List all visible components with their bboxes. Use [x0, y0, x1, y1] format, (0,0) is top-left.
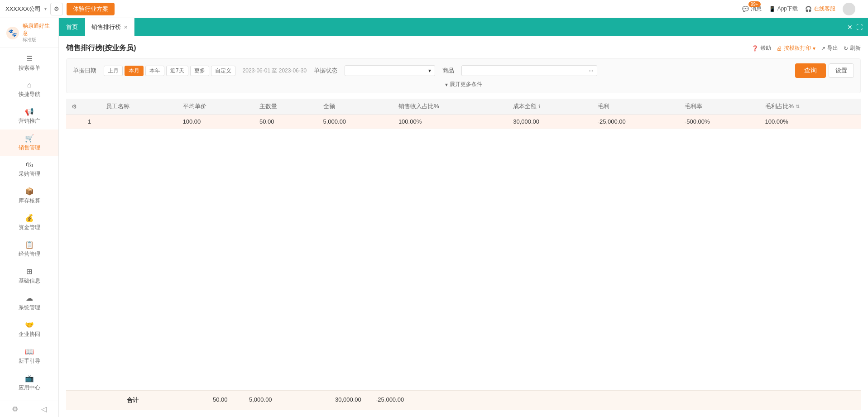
- col-rank: [82, 99, 101, 115]
- profit-pct-sort-icon[interactable]: ⇅: [796, 104, 800, 109]
- footer-profit-rate: [411, 394, 422, 406]
- footer-sales-pct: [284, 394, 330, 406]
- query-actions: 查询 设置: [795, 63, 854, 78]
- page-header: 销售排行榜(按业务员) ❓ 帮助 🖨 按模板打印 ▾ ↗: [66, 43, 861, 53]
- sidebar-icon-inventory: 📦: [25, 187, 34, 196]
- content-body: 销售排行榜(按业务员) ❓ 帮助 🖨 按模板打印 ▾ ↗: [59, 36, 868, 417]
- cost-info-icon[interactable]: ℹ: [538, 104, 540, 109]
- collapse-icon[interactable]: ◁: [41, 405, 47, 413]
- goods-select[interactable]: ···: [461, 65, 597, 76]
- sidebar-item-system[interactable]: ☁ 系统管理: [0, 289, 58, 316]
- message-btn[interactable]: 💬 消息 99+: [742, 5, 762, 13]
- status-select[interactable]: ▾: [345, 65, 435, 76]
- print-dropdown-icon[interactable]: ▾: [813, 45, 815, 52]
- date-btn-more[interactable]: 更多: [190, 66, 209, 76]
- refresh-icon: ↻: [844, 45, 848, 52]
- table-head: ⚙ 员工名称 平均单价 主数量 全额 销售收入占比% 成本全额 ℹ 毛利 毛利率: [66, 99, 861, 115]
- status-dropdown-icon: ▾: [428, 67, 431, 74]
- phone-icon: 📱: [769, 6, 776, 12]
- top-bar-right: 💬 消息 99+ 📱 App下载 🎧 在线客服: [742, 3, 863, 15]
- logo-icon: 🐾: [5, 26, 20, 40]
- footer-amount: 5,000.00: [244, 394, 284, 406]
- company-dropdown-icon[interactable]: ▾: [44, 6, 47, 11]
- col-profit-rate: 毛利率: [679, 99, 760, 115]
- footer-profit-pct: [422, 394, 433, 406]
- col-qty: 主数量: [254, 99, 318, 115]
- print-btn[interactable]: 🖨 按模板打印 ▾: [777, 44, 815, 52]
- sidebar-item-guide[interactable]: 📖 新手引导: [0, 343, 58, 369]
- sidebar-item-marketing[interactable]: 📢 营销推广: [0, 103, 58, 129]
- footer-cost: 30,000.00: [330, 394, 370, 406]
- sidebar-item-finance[interactable]: 💰 资金管理: [0, 209, 58, 236]
- sidebar-item-inventory[interactable]: 📦 库存核算: [0, 182, 58, 209]
- sidebar-label-quick-nav: 快捷导航: [19, 91, 40, 98]
- export-btn[interactable]: ↗ 导出: [821, 44, 838, 52]
- table-wrapper: ⚙ 员工名称 平均单价 主数量 全额 销售收入占比% 成本全额 ℹ 毛利 毛利率: [66, 99, 861, 244]
- content-spacer: [66, 244, 861, 390]
- avatar[interactable]: [843, 3, 855, 15]
- top-bar-left: XXXXXX公司 ▾ ⚙ 体验行业方案: [5, 3, 742, 15]
- tab-home[interactable]: 首页: [59, 18, 85, 36]
- status-label: 单据状态: [314, 67, 337, 75]
- settings-icon-btn[interactable]: ⚙: [50, 3, 63, 15]
- sidebar-icon-operation: 📋: [25, 240, 34, 249]
- logo-subtitle: 标准版: [23, 37, 53, 43]
- col-amount: 全额: [318, 99, 393, 115]
- col-settings-icon[interactable]: ⚙: [72, 103, 77, 110]
- sidebar-item-search-order[interactable]: ☰ 搜索菜单: [0, 50, 58, 77]
- sidebar-label-finance: 资金管理: [19, 224, 40, 231]
- data-table: ⚙ 员工名称 平均单价 主数量 全额 销售收入占比% 成本全额 ℹ 毛利 毛利率: [66, 99, 861, 129]
- footer-profit: -25,000.00: [370, 394, 411, 406]
- help-btn[interactable]: ❓ 帮助: [752, 44, 771, 52]
- sidebar-bottom: ⚙ ◁: [0, 401, 58, 417]
- sidebar-item-wechat[interactable]: 💬 企业微信: [0, 396, 58, 401]
- sidebar-item-app-center[interactable]: 📺 应用中心: [0, 369, 58, 396]
- sidebar-item-enterprise[interactable]: 🤝 企业协同: [0, 316, 58, 343]
- sidebar-icon-search-order: ☰: [26, 54, 33, 63]
- export-icon: ↗: [821, 45, 825, 52]
- try-industry-btn[interactable]: 体验行业方案: [67, 3, 115, 15]
- sidebar-icon-finance: 💰: [25, 214, 34, 222]
- sidebar-item-operation[interactable]: 📋 经营管理: [0, 236, 58, 263]
- page-title: 销售排行榜(按业务员): [66, 43, 136, 53]
- online-service-btn[interactable]: 🎧 在线客服: [805, 5, 835, 13]
- sidebar-nav: ☰ 搜索菜单 ⌂ 快捷导航 📢 营销推广 🛒 销售管理 🛍 采购管理 📦 库存核…: [0, 48, 58, 401]
- tab-close-icon[interactable]: ✕: [124, 24, 128, 30]
- date-btn-custom[interactable]: 自定义: [211, 66, 235, 76]
- query-btn[interactable]: 查询: [795, 63, 826, 78]
- sidebar-icon-system: ☁: [26, 294, 33, 302]
- filter-bar: 单据日期 上月 本月 本年 近7天 更多 自定义 2023-06-01 至 20…: [66, 58, 861, 93]
- refresh-btn[interactable]: ↻ 刷新: [844, 44, 861, 52]
- header-actions: ❓ 帮助 🖨 按模板打印 ▾ ↗ 导出 ↻: [752, 44, 861, 52]
- chevron-down-icon: ▾: [445, 81, 448, 88]
- expand-more-btn[interactable]: ▾ 展开更多条件: [73, 81, 854, 88]
- sidebar-icon-quick-nav: ⌂: [27, 81, 32, 89]
- sidebar-label-operation: 经营管理: [19, 250, 40, 258]
- tab-sales-ranking[interactable]: 销售排行榜 ✕: [85, 18, 134, 36]
- headset-icon: 🎧: [805, 6, 812, 12]
- main-area: 🐾 畅康通好生意 标准版 ☰ 搜索菜单 ⌂ 快捷导航 📢 营销推广 🛒 销售管理: [0, 18, 868, 417]
- sidebar-item-basic-info[interactable]: ⊞ 基础信息: [0, 263, 58, 289]
- settings-btn[interactable]: 设置: [829, 63, 854, 78]
- sidebar-item-sales[interactable]: 🛒 销售管理: [0, 129, 58, 156]
- date-btn-7days[interactable]: 近7天: [166, 66, 188, 76]
- sidebar-item-purchase[interactable]: 🛍 采购管理: [0, 156, 58, 182]
- settings-bottom-icon[interactable]: ⚙: [12, 405, 18, 413]
- sidebar-label-marketing: 营销推广: [19, 117, 40, 125]
- sidebar-label-app-center: 应用中心: [19, 384, 40, 392]
- sidebar-item-quick-nav[interactable]: ⌂ 快捷导航: [0, 77, 58, 103]
- sidebar-label-purchase: 采购管理: [19, 170, 40, 178]
- footer-label: 合计: [121, 394, 167, 406]
- table-header-row: ⚙ 员工名称 平均单价 主数量 全额 销售收入占比% 成本全额 ℹ 毛利 毛利率: [66, 99, 861, 115]
- date-btn-this-year[interactable]: 本年: [145, 66, 164, 76]
- goods-more-icon[interactable]: ···: [589, 67, 593, 74]
- date-btn-last-month[interactable]: 上月: [104, 66, 123, 76]
- tab-maximize-icon[interactable]: ⛶: [856, 24, 863, 31]
- footer-cells: 合计 50.00 5,000.00 30,000.00 -25,000.00: [72, 394, 855, 406]
- app-download-btn[interactable]: 📱 App下载: [769, 5, 798, 13]
- date-btn-this-month[interactable]: 本月: [125, 66, 144, 76]
- sidebar-label-guide: 新手引导: [19, 357, 40, 365]
- logo-text-area: 畅康通好生意 标准版: [23, 23, 53, 43]
- tab-close-all-icon[interactable]: ✕: [847, 24, 853, 31]
- sidebar-icon-marketing: 📢: [25, 107, 34, 116]
